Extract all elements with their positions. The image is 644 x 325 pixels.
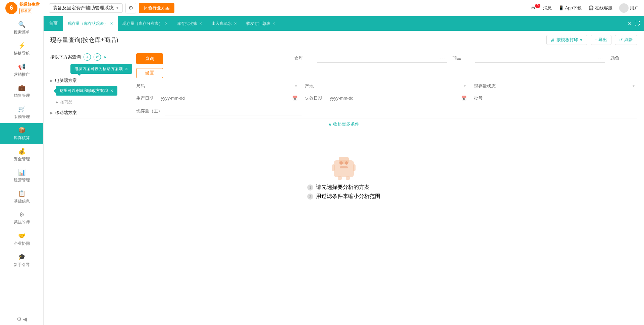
- filter-batch: 批号: [474, 94, 637, 102]
- stock-main-input[interactable]: —: [165, 106, 302, 115]
- template-print-btn[interactable]: 🖨 按模板打印 ▼: [546, 35, 587, 45]
- collapse-more-btn[interactable]: ∧ 收起更多条件: [50, 118, 637, 130]
- tab-inout-flow[interactable]: 出入库流水 ✕: [207, 16, 241, 31]
- empty-step1-num: 1: [307, 184, 313, 191]
- tab-home[interactable]: 首页: [44, 16, 63, 31]
- stock-main-from-field[interactable]: [167, 108, 229, 113]
- origin-input[interactable]: ▼: [328, 82, 468, 90]
- online-service-btn[interactable]: 🎧 在线客服: [588, 5, 612, 11]
- produce-date-field[interactable]: [161, 96, 291, 101]
- goods-dots-icon[interactable]: ⋯: [598, 55, 603, 61]
- color-input[interactable]: ▼: [633, 54, 644, 62]
- scheme-tree-sub[interactable]: ▶ 按商品: [50, 98, 132, 106]
- sidebar-item-inventory[interactable]: 📦 库存核算: [0, 123, 43, 144]
- size-field[interactable]: [161, 84, 294, 89]
- settings-button[interactable]: ⚙: [125, 3, 136, 13]
- sidebar-item-search[interactable]: 🔍 搜索菜单: [0, 17, 43, 39]
- tab-summary[interactable]: 收发存汇总表 ✕: [241, 16, 280, 31]
- range-dash: —: [230, 108, 236, 114]
- page-header: 现存量查询(按仓库+商品) 🖨 按模板打印 ▼ ↑ 导出 ↺: [44, 31, 644, 49]
- origin-field[interactable]: [330, 84, 463, 89]
- chevron-down-icon: ▼: [116, 6, 119, 10]
- sidebar: 🔍 搜索菜单 ⚡ 快捷导航 📢 营销推广 💼 销售管理 🛒 采购管理 📦 库存核…: [0, 16, 44, 325]
- refresh-btn[interactable]: ↺ 刷新: [615, 35, 637, 45]
- page-inner: 现存量查询(按仓库+商品) 🖨 按模板打印 ▼ ↑ 导出 ↺: [44, 31, 644, 325]
- tab-close-icon[interactable]: ✕: [272, 21, 275, 26]
- expire-date-calendar-icon[interactable]: 📅: [461, 96, 467, 101]
- chevron-down-icon: ▼: [580, 38, 583, 42]
- produce-date-input[interactable]: 📅: [159, 94, 300, 102]
- goods-input[interactable]: ⋯: [475, 53, 605, 63]
- expire-date-field[interactable]: [330, 96, 460, 101]
- scheme-tree-pc[interactable]: ▶ 电脑端方案: [50, 76, 132, 85]
- size-chevron-icon[interactable]: ▼: [294, 84, 298, 88]
- stock-status-chevron-icon[interactable]: ▼: [632, 84, 635, 88]
- scheme-tree-mobile[interactable]: ▶ 移动端方案: [50, 109, 132, 117]
- tab-close-icon[interactable]: ✕: [234, 21, 237, 26]
- filter-refresh-btn[interactable]: ↺: [94, 53, 101, 61]
- sidebar-item-operations[interactable]: 📊 经营管理: [0, 165, 43, 186]
- sidebar-item-purchase[interactable]: 🛒 采购管理: [0, 102, 43, 123]
- produce-date-calendar-icon[interactable]: 📅: [292, 96, 298, 101]
- tooltip-close-btn[interactable]: ✕: [125, 67, 128, 71]
- size-label: 尺码: [136, 83, 156, 89]
- tab-inventory-dist[interactable]: 现存量（库存分布表） ✕: [118, 16, 172, 31]
- goods-label: 商品: [452, 55, 473, 61]
- sidebar-item-quick-nav[interactable]: ⚡ 快捷导航: [0, 39, 43, 60]
- svg-point-2: [339, 161, 343, 165]
- tab-close-all-icon[interactable]: ✕: [628, 20, 632, 27]
- stock-status-input[interactable]: ▼: [498, 82, 637, 90]
- filter-back-btn[interactable]: «: [104, 54, 107, 60]
- scheme-panel: 按以下方案查询 + ↺ « 电脑方案可设为移动方案哦 ✕: [50, 53, 132, 117]
- sidebar-item-finance[interactable]: 💰 资金管理: [0, 144, 43, 165]
- stock-status-field[interactable]: [500, 84, 632, 89]
- query-btn[interactable]: 查询: [136, 53, 163, 64]
- filter-fields: 仓库 ⋯ 商品: [136, 53, 637, 118]
- sidebar-collapse-btn[interactable]: ⚙ ◀: [0, 313, 43, 325]
- empty-step2-text: 用过滤条件来缩小分析范围: [316, 193, 380, 200]
- sidebar-item-marketing[interactable]: 📢 营销推广: [0, 60, 43, 81]
- sidebar-item-sales[interactable]: 💼 销售管理: [0, 81, 43, 102]
- tab-close-icon[interactable]: ✕: [199, 21, 202, 26]
- batch-input[interactable]: [497, 94, 637, 102]
- user-menu[interactable]: 用户: [619, 3, 639, 13]
- sidebar-item-newbie[interactable]: 🎓 新手引导: [0, 250, 43, 271]
- tab-batch-ledger[interactable]: 库存批次账 ✕: [172, 16, 207, 31]
- origin-chevron-icon[interactable]: ▼: [463, 84, 467, 88]
- setting-btn[interactable]: 设置: [136, 68, 163, 78]
- stock-main-to-field[interactable]: [237, 108, 299, 113]
- tab-close-icon[interactable]: ✕: [110, 21, 113, 26]
- expand-arrow-icon: ▶: [50, 79, 53, 83]
- goods-field[interactable]: [477, 55, 598, 60]
- color-field[interactable]: [635, 55, 644, 60]
- tooltip2-close-btn[interactable]: ✕: [110, 89, 113, 93]
- sidebar-item-base-info[interactable]: 📋 基础信息: [0, 186, 43, 208]
- query-actions: 查询 设置: [136, 53, 289, 78]
- export-btn[interactable]: ↑ 导出: [591, 35, 612, 45]
- batch-field[interactable]: [499, 96, 635, 101]
- warehouse-input[interactable]: ⋯: [317, 53, 447, 63]
- filter-size: 尺码 ▼: [136, 82, 300, 90]
- message-btn[interactable]: ✉ 9 消息: [531, 5, 552, 11]
- tab-expand-icon[interactable]: ⛶: [635, 20, 640, 26]
- expire-date-input[interactable]: 📅: [328, 94, 468, 102]
- tab-inventory-status[interactable]: 现存量（库存状况表） ✕: [63, 16, 118, 31]
- page-header-actions: 🖨 按模板打印 ▼ ↑ 导出 ↺ 刷新: [546, 35, 637, 45]
- warehouse-dots-icon[interactable]: ⋯: [440, 55, 445, 61]
- warehouse-field[interactable]: [319, 55, 439, 60]
- industry-btn[interactable]: 体验行业方案: [139, 3, 174, 13]
- sidebar-item-system[interactable]: ⚙ 系统管理: [0, 208, 43, 229]
- svg-rect-7: [338, 176, 342, 180]
- tab-close-icon[interactable]: ✕: [165, 21, 168, 26]
- system-name-dropdown[interactable]: 装备及固定资产辅助管理系统 ▼: [49, 3, 123, 13]
- tooltip-create-hint: 这里可以创建和修改方案哦 ✕: [56, 86, 117, 96]
- filter-add-btn[interactable]: +: [84, 53, 91, 61]
- logo: 6 畅通好生意 标准版: [5, 2, 49, 14]
- sidebar-item-cooperation[interactable]: 🤝 企业协同: [0, 229, 43, 250]
- sales-icon: 💼: [18, 84, 25, 92]
- expand-arrow-icon2: ▶: [50, 111, 53, 115]
- app-download-btn[interactable]: 📱 App下载: [558, 5, 582, 11]
- tooltip-scheme-hint: 电脑方案可设为移动方案哦 ✕: [70, 64, 132, 74]
- size-input[interactable]: ▼: [159, 82, 300, 90]
- page-content: 现存量查询(按仓库+商品) 🖨 按模板打印 ▼ ↑ 导出 ↺: [44, 31, 644, 325]
